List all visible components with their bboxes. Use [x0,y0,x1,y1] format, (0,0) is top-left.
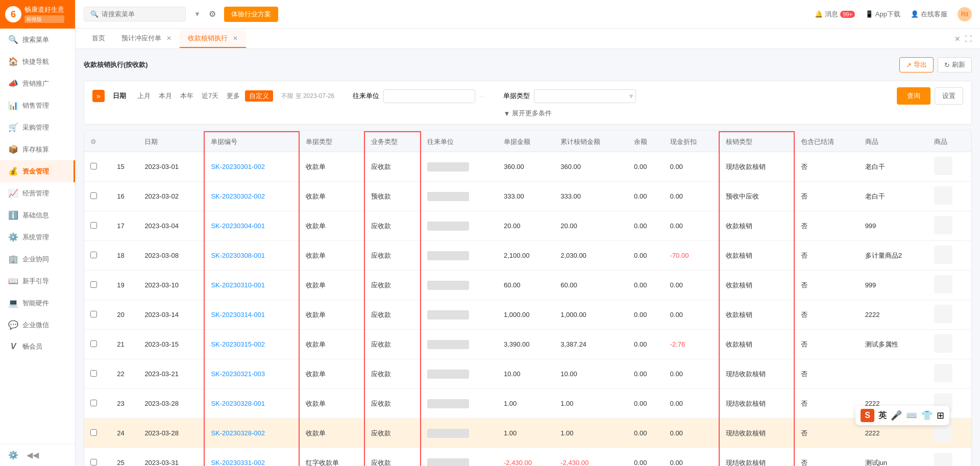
cell-slip-type: 收款单 [299,389,364,419]
shirt-icon[interactable]: 👕 [921,410,933,421]
row-checkbox[interactable] [90,222,97,229]
tabbar-expand-icon[interactable]: ⛶ [965,35,972,43]
collapse-icon[interactable]: ◀◀ [27,450,39,460]
row-checkbox[interactable] [90,252,97,258]
slip-no-link[interactable]: SK-20230314-001 [211,311,265,318]
sidebar-item-operations[interactable]: 📈 经营管理 [0,182,75,204]
sidebar-item-label: 销售管理 [22,101,49,110]
date-this-month[interactable]: 本月 [156,90,175,102]
slip-no-link[interactable]: SK-20230331-002 [211,459,265,466]
col-balance: 余额 [628,132,664,152]
sidebar-item-wechat[interactable]: 💬 企业微信 [0,314,75,336]
search-input[interactable] [102,10,173,18]
sidebar-item-system[interactable]: ⚙️ 系统管理 [0,226,75,248]
cell-checkbox[interactable] [84,182,111,211]
sidebar-item-quicknav[interactable]: 🏠 快捷导航 [0,51,75,72]
row-checkbox[interactable] [90,429,97,436]
app-download-item[interactable]: 📱 App下载 [865,10,900,19]
cell-slip-type: 收款单 [299,330,364,359]
slip-no-link[interactable]: SK-20230302-002 [211,192,265,200]
tab-close-pending[interactable]: ✕ [166,35,172,42]
row-checkbox[interactable] [90,163,97,169]
sidebar-item-member[interactable]: V 畅会员 [0,336,75,357]
expand-more-button[interactable]: ▼ 展开更多条件 [504,109,552,118]
sidebar-item-guide[interactable]: 📖 新手引导 [0,270,75,292]
cell-checkbox[interactable] [84,271,111,300]
date-custom-btn[interactable]: 自定义 [245,90,273,102]
slip-no-link[interactable]: SK-20230310-001 [211,281,265,289]
grid-icon[interactable]: ⊞ [937,410,944,421]
sidebar-item-enterprise[interactable]: 🏢 企业协同 [0,248,75,270]
slip-no-link[interactable]: SK-20230304-001 [211,222,265,230]
cell-checkbox[interactable] [84,330,111,359]
filter-expand-button[interactable]: » [92,90,105,102]
slip-no-link[interactable]: SK-20230328-001 [211,400,265,407]
user-avatar[interactable]: Rit [958,7,972,21]
tabbar-close-icon[interactable]: ✕ [954,35,961,43]
cell-checkbox[interactable] [84,211,111,241]
date-this-year[interactable]: 本年 [177,90,197,102]
sidebar-item-search[interactable]: 🔍 搜索菜单 [0,29,75,51]
refresh-button[interactable]: ↻ 刷新 [938,57,972,72]
row-checkbox[interactable] [90,370,97,377]
slip-no-link[interactable]: SK-20230301-002 [211,163,265,170]
system-icon: ⚙️ [8,232,18,242]
service-item[interactable]: 👤 在线客服 [911,10,947,19]
topbar-right: 🔔 消息 99+ 📱 App下载 👤 在线客服 Rit [815,7,972,21]
dropdown-arrow-icon[interactable]: ▼ [194,10,201,18]
sidebar-item-inventory[interactable]: 📦 库存核算 [0,138,75,160]
tab-home[interactable]: 首页 [84,30,113,48]
row-checkbox[interactable] [90,311,97,317]
sidebar-item-sales[interactable]: 📊 销售管理 [0,94,75,116]
cell-checkbox[interactable] [84,448,111,467]
cell-checkbox[interactable] [84,359,111,389]
slip-type-select[interactable] [534,89,636,103]
export-button[interactable]: ↗ 导出 [899,57,934,72]
slip-no-link[interactable]: SK-20230308-001 [211,252,265,259]
row-checkbox[interactable] [90,459,97,465]
slip-no-link[interactable]: SK-20230321-003 [211,370,265,378]
col-settings-icon[interactable]: ⚙ [90,138,96,145]
table-row: 16 2023-03-02 SK-20230302-002 收款单 预收款 ██… [84,182,971,211]
slip-no-link[interactable]: SK-20230328-002 [211,429,265,437]
sidebar-item-basic[interactable]: ℹ️ 基础信息 [0,204,75,226]
cell-discount: 0.00 [664,182,720,211]
cell-discount: -70.00 [664,241,720,271]
settings-bottom-icon[interactable]: ⚙️ [8,450,18,460]
slip-no-link[interactable]: SK-20230315-002 [211,340,265,348]
sidebar-item-label: 畅会员 [22,342,42,351]
keyboard-icon[interactable]: ⌨️ [906,410,917,421]
table-body: 15 2023-03-01 SK-20230301-002 收款单 应收款 ██… [84,152,971,467]
sidebar-item-purchase[interactable]: 🛒 采购管理 [0,116,75,138]
solution-button[interactable]: 体验行业方案 [224,7,278,22]
message-item[interactable]: 🔔 消息 99+ [815,10,855,19]
topbar-gear-icon[interactable]: ⚙ [209,9,216,19]
date-last-month[interactable]: 上月 [134,90,154,102]
cell-checkbox[interactable] [84,300,111,330]
sidebar: 6 畅康道好生意 标推版 🔍 搜索菜单 🏠 快捷导航 📣 营销推广 📊 销售管理… [0,0,76,466]
query-button[interactable]: 查询 [897,87,930,105]
sidebar-item-hardware[interactable]: 💻 智能硬件 [0,292,75,314]
col-settings[interactable]: ⚙ [84,132,111,152]
cell-checkbox[interactable] [84,152,111,182]
cell-amount: -2,430.00 [498,448,554,467]
mic-icon[interactable]: 🎤 [891,410,902,421]
counterpart-input[interactable] [383,89,475,103]
cell-checkbox[interactable] [84,389,111,419]
cell-date: 2023-03-14 [138,300,204,330]
date-more[interactable]: 更多 [224,90,243,102]
sidebar-item-finance[interactable]: 💰 资金管理 [0,160,75,182]
topbar-search-box[interactable]: 🔍 [84,7,186,21]
row-checkbox[interactable] [90,192,97,199]
row-checkbox[interactable] [90,281,97,288]
row-checkbox[interactable] [90,400,97,406]
tab-close-receipt[interactable]: ✕ [233,35,238,42]
setting-button[interactable]: 设置 [935,87,963,105]
tab-receipt[interactable]: 收款核销执行 ✕ [180,30,246,48]
sidebar-item-marketing[interactable]: 📣 营销推广 [0,72,75,94]
cell-checkbox[interactable] [84,241,111,271]
tab-pending[interactable]: 预计冲应付单 ✕ [113,30,180,48]
row-checkbox[interactable] [90,340,97,347]
date-7days[interactable]: 近7天 [199,90,222,102]
cell-checkbox[interactable] [84,419,111,448]
